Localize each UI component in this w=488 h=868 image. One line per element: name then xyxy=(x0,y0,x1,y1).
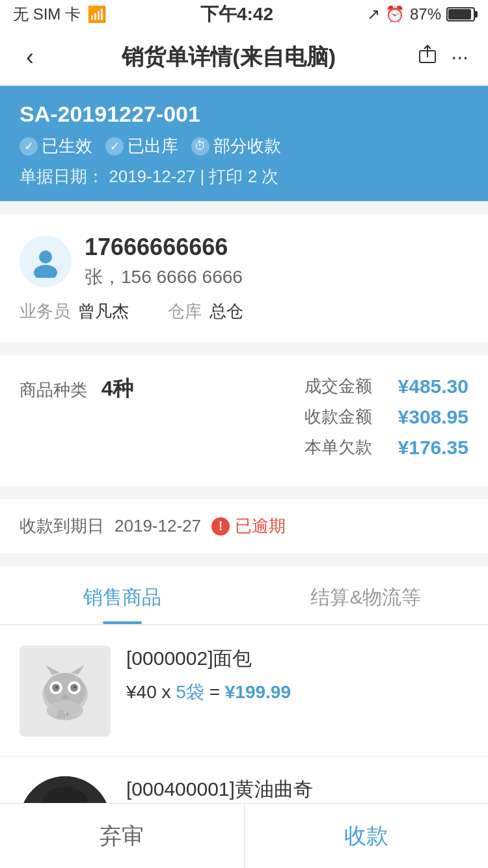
status-right: ↗ ⏰ 87% xyxy=(367,5,475,23)
product-name-2: [000400001]黄油曲奇 xyxy=(126,776,468,803)
tabs-section: 销售商品 结算&物流等 xyxy=(0,566,488,625)
product-item: 品+ [0000002]面包 ¥40 x 5袋 = ¥199.99 xyxy=(0,626,488,757)
warehouse-meta: 仓库 总仓 xyxy=(168,300,243,323)
summary-section: 商品种类 4种 成交金额 ¥485.30 收款金额 ¥308.95 本单欠款 ¥… xyxy=(0,355,488,486)
confirm-button[interactable]: 收款 xyxy=(245,804,489,868)
overdue-badge: ! 已逾期 xyxy=(211,515,286,537)
overdue-icon: ! xyxy=(211,517,230,536)
header-banner: SA-20191227-001 ✓ 已生效 ✓ 已出库 ⏱ 部分收款 单据日期：… xyxy=(0,86,488,201)
svg-point-1 xyxy=(39,251,52,264)
svg-marker-13 xyxy=(70,665,85,675)
clock-icon: ⏱ xyxy=(191,137,210,156)
tab-sales-products[interactable]: 销售商品 xyxy=(0,566,244,624)
customer-info: 17666666666 张，156 6666 6666 xyxy=(85,234,243,290)
more-button[interactable]: ··· xyxy=(451,45,468,69)
sales-meta: 业务员 曾凡杰 xyxy=(20,300,129,323)
nav-bar: ‹ 销货单详情(来自电脑) ··· xyxy=(0,29,488,86)
customer-avatar xyxy=(20,236,72,288)
badge-shipped: ✓ 已出库 xyxy=(105,135,178,157)
amount-row-1: 成交金额 ¥485.30 xyxy=(305,375,468,398)
header-badges: ✓ 已生效 ✓ 已出库 ⏱ 部分收款 xyxy=(20,135,468,157)
badge-effective: ✓ 已生效 xyxy=(20,135,92,157)
customer-id: 17666666666 xyxy=(85,234,243,261)
svg-text:品+: 品+ xyxy=(57,710,70,719)
tabs-row: 销售商品 结算&物流等 xyxy=(0,566,488,624)
carrier-text: 无 SIM 卡 xyxy=(13,4,81,25)
svg-point-10 xyxy=(74,686,76,688)
customer-row: 17666666666 张，156 6666 6666 xyxy=(20,234,468,290)
alarm-icon: ⏰ xyxy=(385,5,405,23)
customer-name-phone: 张，156 6666 6666 xyxy=(85,265,243,290)
status-bar: 无 SIM 卡 📶 下午4:42 ↗ ⏰ 87% xyxy=(0,0,488,29)
summary-right: 成交金额 ¥485.30 收款金额 ¥308.95 本单欠款 ¥176.35 xyxy=(305,375,468,467)
customer-meta: 业务员 曾凡杰 仓库 总仓 xyxy=(20,300,468,323)
nav-actions: ··· xyxy=(417,44,468,70)
svg-point-9 xyxy=(55,686,58,688)
check-icon-2: ✓ xyxy=(105,137,124,156)
check-icon-1: ✓ xyxy=(20,137,38,156)
overdue-text: 已逾期 xyxy=(235,515,286,537)
location-icon: ↗ xyxy=(367,5,380,23)
bottom-bar: 弃审 收款 xyxy=(0,803,488,868)
svg-marker-12 xyxy=(46,665,60,675)
back-button[interactable]: ‹ xyxy=(20,37,40,77)
due-section: 收款到期日 2019-12-27 ! 已逾期 xyxy=(0,499,488,553)
summary-left: 商品种类 4种 xyxy=(20,375,133,409)
svg-point-2 xyxy=(34,265,57,278)
nav-title: 销货单详情(来自电脑) xyxy=(122,42,336,72)
badge-partial-payment: ⏱ 部分收款 xyxy=(191,135,281,157)
wifi-icon: 📶 xyxy=(87,5,107,23)
share-button[interactable] xyxy=(417,44,438,70)
amount-row-3: 本单欠款 ¥176.35 xyxy=(305,436,468,459)
battery-text: 87% xyxy=(410,5,441,23)
product-price-1: ¥40 x 5袋 = ¥199.99 xyxy=(126,680,468,705)
header-date: 单据日期： 2019-12-27 | 打印 2 次 xyxy=(20,165,468,188)
due-label: 收款到期日 xyxy=(20,515,104,537)
due-date: 2019-12-27 xyxy=(115,516,201,536)
status-time: 下午4:42 xyxy=(200,2,273,27)
product-name-1: [0000002]面包 xyxy=(126,645,468,672)
product-image-1: 品+ xyxy=(20,645,111,737)
category-label: 商品种类 4种 xyxy=(20,375,133,403)
status-left: 无 SIM 卡 📶 xyxy=(13,4,107,25)
cancel-button[interactable]: 弃审 xyxy=(0,804,245,868)
order-id: SA-20191227-001 xyxy=(20,102,468,127)
amount-row-2: 收款金额 ¥308.95 xyxy=(305,405,468,428)
tab-settlement[interactable]: 结算&物流等 xyxy=(244,566,488,624)
customer-section: 17666666666 张，156 6666 6666 业务员 曾凡杰 仓库 总… xyxy=(0,214,488,342)
product-info-1: [0000002]面包 ¥40 x 5袋 = ¥199.99 xyxy=(126,645,468,705)
battery-icon xyxy=(446,7,475,21)
